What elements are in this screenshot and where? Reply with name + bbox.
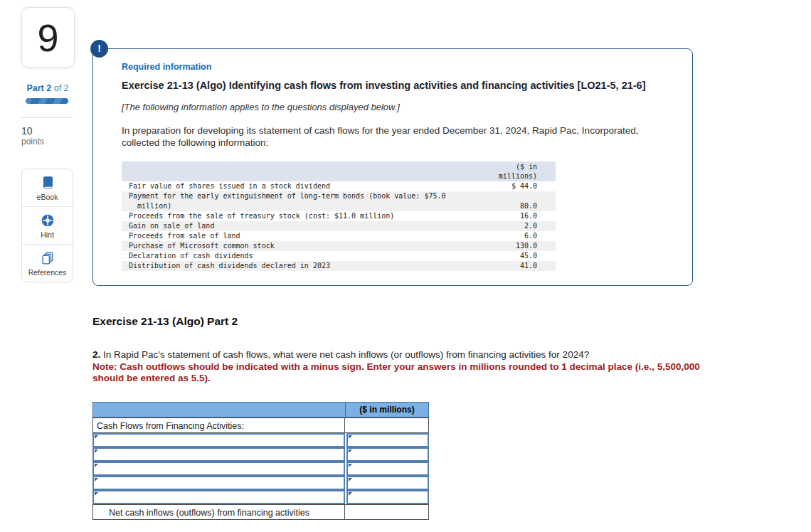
answer-input-row: [92, 490, 429, 504]
answer-description-input[interactable]: [92, 462, 345, 476]
given-info-row: Distribution of cash dividends declared …: [122, 261, 556, 271]
hint-label: Hint: [23, 230, 71, 239]
question-text: 2. In Rapid Pac's statement of cash flow…: [92, 349, 733, 361]
answer-section-label: Cash Flows from Financing Activities:: [92, 417, 345, 433]
given-info-row: Purchase of Microsoft common stock130.0: [122, 241, 556, 251]
given-info-row: Proceeds from the sale of treasury stock…: [122, 211, 556, 221]
given-info-row-label: Purchase of Microsoft common stock: [122, 241, 477, 251]
given-info-unit-header: ($ in millions): [477, 161, 556, 181]
question-number-prefix: 2.: [92, 349, 100, 360]
points-label: points: [21, 137, 44, 147]
given-information-table: ($ in millions) Fair value of shares iss…: [122, 161, 556, 271]
given-info-header-spacer: [122, 161, 477, 181]
given-info-row: Declaration of cash dividends45.0: [122, 251, 556, 261]
answer-amount-input[interactable]: [346, 462, 429, 476]
answer-input-row: [92, 447, 429, 462]
answer-total-amount-cell: [345, 504, 429, 520]
answer-amount-input[interactable]: [346, 433, 429, 447]
given-info-row-label: Proceeds from sale of land: [122, 231, 477, 241]
answer-description-input[interactable]: [92, 447, 345, 462]
given-info-row-label: Distribution of cash dividends declared …: [122, 261, 477, 271]
part-progress-label: Part 2 of 2: [13, 83, 83, 93]
answer-amount-input[interactable]: [346, 490, 429, 504]
answer-amount-input[interactable]: [346, 447, 429, 462]
exercise-title: Exercise 21-13 (Algo) Identifying cash f…: [122, 79, 671, 92]
given-info-row-value: 45.0: [477, 251, 556, 261]
applies-note: [The following information applies to th…: [122, 102, 671, 112]
answer-table: ($ in millions) Cash Flows from Financin…: [92, 402, 429, 520]
given-info-row-value: 2.0: [477, 221, 556, 231]
exclamation-badge-icon: !: [90, 40, 108, 58]
sidebar-divider: [21, 117, 73, 118]
given-info-row-value: 130.0: [477, 241, 556, 251]
answer-input-row: [92, 433, 429, 447]
answer-section-amount-cell: [345, 417, 429, 433]
references-label: References: [23, 268, 71, 277]
references-icon: [23, 250, 71, 266]
references-button[interactable]: References: [22, 244, 73, 282]
answer-table-header-row: ($ in millions): [92, 402, 429, 417]
answer-header-spacer: [92, 402, 345, 417]
ebook-icon: [23, 175, 71, 191]
answer-description-input[interactable]: [92, 476, 345, 490]
given-info-row-label: Payment for the early extinguishment of …: [122, 191, 477, 211]
given-info-row: Fair value of shares issued in a stock d…: [122, 181, 556, 191]
answer-input-row: [92, 462, 429, 476]
given-info-row-label: Declaration of cash dividends: [122, 251, 477, 261]
answer-description-input[interactable]: [92, 433, 345, 447]
part2-section: Exercise 21-13 (Algo) Part 2 2. In Rapid…: [92, 315, 733, 520]
answer-input-row: [92, 476, 429, 490]
given-info-row-label: Gain on sale of land: [122, 221, 477, 231]
question-number: 9: [37, 18, 58, 57]
question-number-card: 9: [21, 7, 75, 68]
given-info-row-value: 80.0: [477, 191, 556, 211]
points-value: 10: [21, 125, 33, 137]
answer-amount-input[interactable]: [346, 476, 429, 490]
part2-heading: Exercise 21-13 (Algo) Part 2: [92, 315, 733, 328]
given-info-row-value: $ 44.0: [477, 181, 556, 191]
answer-total-label: Net cash inflows (outflows) from financi…: [92, 504, 345, 520]
intro-paragraph: In preparation for developing its statem…: [122, 124, 671, 149]
hint-icon: [23, 213, 71, 228]
given-info-row-value: 16.0: [477, 211, 556, 221]
ebook-button[interactable]: eBook: [22, 169, 73, 206]
given-info-row: Proceeds from sale of land6.0: [122, 231, 556, 241]
given-information-header-row: ($ in millions): [122, 161, 556, 181]
given-info-row-value: 41.0: [477, 261, 556, 271]
given-info-row: Payment for the early extinguishment of …: [122, 191, 556, 211]
ebook-label: eBook: [23, 193, 71, 201]
note-text: Note: Cash outflows should be indicated …: [92, 361, 733, 384]
answer-section-row: Cash Flows from Financing Activities:: [92, 417, 429, 433]
part-label-rest: of 2: [51, 83, 68, 93]
answer-description-input[interactable]: [92, 490, 345, 504]
answer-total-row: Net cash inflows (outflows) from financi…: [92, 504, 429, 520]
given-info-row: Gain on sale of land2.0: [122, 221, 556, 231]
sidebar-tools: eBook Hint References: [21, 169, 73, 282]
part-label-bold: Part 2: [26, 83, 51, 93]
hint-button[interactable]: Hint: [22, 206, 73, 244]
question-body: In Rapid Pac's statement of cash flows, …: [100, 349, 589, 360]
given-info-row-label: Proceeds from the sale of treasury stock…: [122, 211, 477, 221]
answer-unit-header: ($ in millions): [345, 402, 429, 417]
required-information-heading: Required information: [122, 62, 671, 72]
given-info-row-value: 6.0: [477, 231, 556, 241]
required-information-panel: ! Required information Exercise 21-13 (A…: [92, 48, 693, 286]
given-info-row-label: Fair value of shares issued in a stock d…: [122, 181, 477, 191]
part-progress-bar: [26, 98, 68, 104]
